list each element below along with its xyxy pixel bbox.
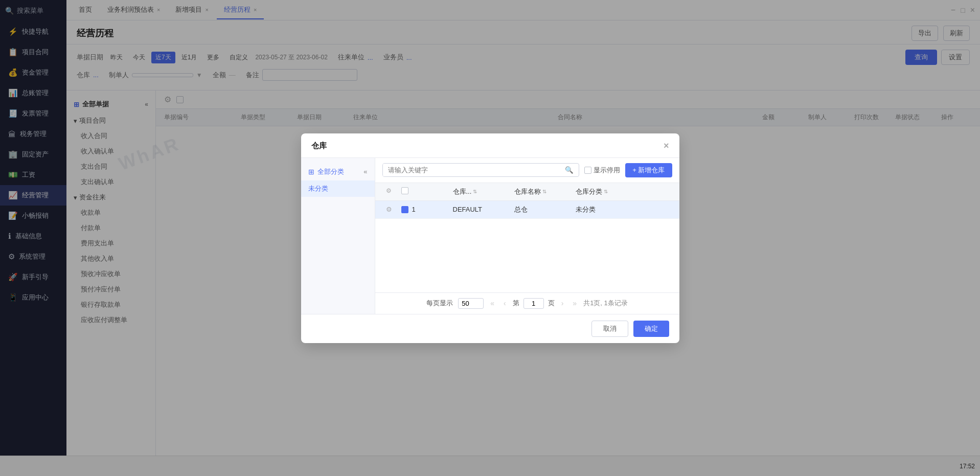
modal-overlay: 仓库 × ⊞ 全部分类 « 未分类	[0, 0, 980, 476]
modal-page-prefix: 第	[513, 299, 519, 308]
modal-search-input[interactable]	[383, 164, 560, 176]
modal-content: 🔍 显示停用 + 新增仓库 ⚙	[375, 158, 679, 314]
modal-close-icon[interactable]: ×	[664, 141, 669, 151]
sort-arrow-code: ⇅	[473, 189, 477, 194]
confirm-button[interactable]: 确定	[633, 321, 669, 337]
modal-header: 仓库 ×	[301, 133, 679, 158]
add-warehouse-button[interactable]: + 新增仓库	[625, 163, 672, 177]
modal-sidebar: ⊞ 全部分类 « 未分类	[301, 158, 375, 314]
modal-sidebar-header[interactable]: ⊞ 全部分类 «	[301, 163, 375, 180]
modal-page-size-label: 每页显示	[426, 299, 453, 308]
modal-pagination: 每页显示 10 20 50 100 « ‹ 第 页 › » 共1页, 1条记录	[375, 292, 679, 314]
modal-page-suffix: 页	[548, 299, 555, 308]
modal-page-total: 共1页, 1条记录	[583, 299, 628, 308]
show-disabled-label[interactable]: 显示停用	[584, 166, 620, 175]
modal-toolbar: 🔍 显示停用 + 新增仓库	[375, 158, 679, 183]
modal-warehouse: 仓库 × ⊞ 全部分类 « 未分类	[301, 133, 679, 343]
modal-search-box: 🔍	[382, 163, 580, 177]
cancel-button[interactable]: 取消	[591, 321, 628, 337]
modal-page-size-select[interactable]: 10 20 50 100	[458, 298, 484, 309]
row-code: DEFAULT	[453, 206, 514, 213]
row-gear-icon: ⚙	[380, 206, 398, 213]
row-category: 未分类	[576, 205, 674, 214]
header-checkbox[interactable]	[401, 187, 408, 194]
col-header-category[interactable]: 仓库分类 ⇅	[576, 187, 674, 196]
modal-search-button[interactable]: 🔍	[560, 164, 579, 176]
col-header-code[interactable]: 仓库... ⇅	[453, 187, 514, 196]
modal-sidebar-all-label: 全部分类	[317, 167, 344, 176]
modal-page-input[interactable]	[523, 298, 544, 309]
row-checkbox-checked[interactable]	[401, 206, 408, 213]
col-gear: ⚙	[380, 187, 398, 196]
row-id: 1	[412, 206, 453, 213]
row-checkbox[interactable]	[398, 206, 412, 214]
col-header-name[interactable]: 仓库名称 ⇅	[514, 187, 576, 196]
col-check	[398, 187, 412, 196]
modal-sidebar-item-uncategorized[interactable]: 未分类	[301, 180, 375, 197]
sort-arrow-name: ⇅	[542, 189, 546, 194]
table-row[interactable]: ⚙ 1 DEFAULT 总仓 未分类	[375, 201, 679, 219]
modal-body: ⊞ 全部分类 « 未分类 🔍 显示停用	[301, 158, 679, 314]
col-header-id	[412, 187, 453, 196]
modal-first-page-btn[interactable]: «	[488, 298, 497, 308]
modal-footer: 取消 确定	[301, 314, 679, 343]
all-category-icon: ⊞	[308, 168, 314, 176]
sort-arrow-category: ⇅	[604, 189, 608, 194]
show-disabled-checkbox[interactable]	[584, 167, 591, 174]
modal-sidebar-toggle[interactable]: «	[363, 168, 367, 175]
modal-table-header: ⚙ 仓库... ⇅ 仓库名称 ⇅	[375, 183, 679, 201]
modal-title: 仓库	[311, 141, 327, 151]
modal-next-page-btn[interactable]: ›	[559, 298, 566, 308]
row-name: 总仓	[514, 205, 576, 214]
modal-table: ⚙ 仓库... ⇅ 仓库名称 ⇅	[375, 183, 679, 292]
modal-prev-page-btn[interactable]: ‹	[501, 298, 509, 308]
modal-last-page-btn[interactable]: »	[570, 298, 579, 308]
